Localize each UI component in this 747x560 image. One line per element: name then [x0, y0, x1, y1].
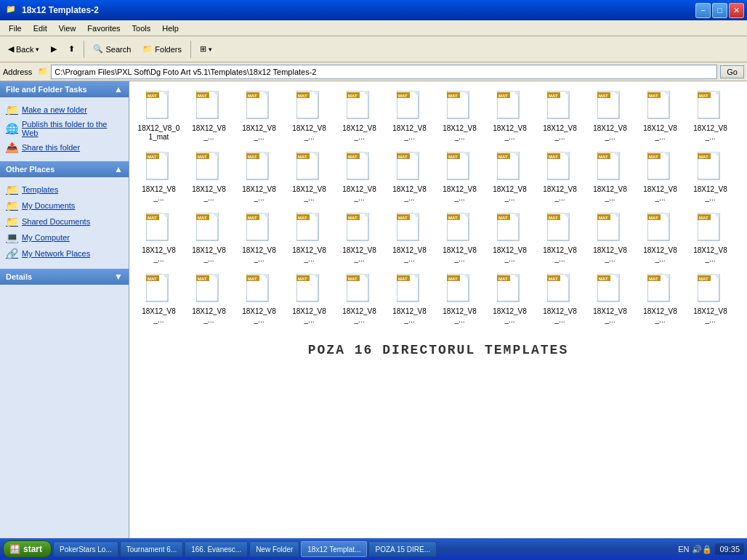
file-item[interactable]: MAT18X12_V8_... [436, 270, 483, 328]
menu-view[interactable]: View [53, 23, 82, 34]
search-button[interactable]: 🔍 Search [88, 41, 136, 57]
forward-button[interactable]: ▶ [46, 41, 62, 57]
file-item[interactable]: MAT18X12_V8_... [536, 209, 584, 267]
file-item[interactable]: MAT18X12_V8_... [386, 87, 433, 145]
svg-text:MAT: MAT [649, 94, 658, 98]
up-button[interactable]: ⬆ [63, 41, 80, 57]
menu-help[interactable]: Help [156, 23, 185, 34]
file-item[interactable]: MAT18X12_V8_... [336, 87, 383, 145]
file-item[interactable]: MAT18X12_V8_... [536, 148, 584, 206]
start-button[interactable]: 🪟 start [3, 540, 52, 558]
folders-button[interactable]: 📁 Folders [137, 41, 187, 57]
svg-text:MAT: MAT [498, 277, 508, 281]
sidebar-item-my-documents[interactable]: 📁 My Documents [3, 198, 126, 214]
file-item[interactable]: MAT18X12_V8_... [286, 209, 333, 267]
file-item[interactable]: MAT18X12_V8_... [336, 209, 383, 267]
file-icon: MAT [447, 91, 473, 123]
sidebar-item-publish-web[interactable]: 🌐 Publish this folder to the Web [3, 118, 126, 139]
file-item[interactable]: MAT18X12_V8_... [185, 87, 233, 145]
address-input[interactable]: C:\Program Files\PXL Soft\Dg Foto Art v5… [51, 65, 717, 79]
file-name-label: 18X12_V8_... [338, 307, 381, 325]
file-item[interactable]: MAT18X12_V8_... [687, 87, 734, 145]
file-item[interactable]: MAT18X12_V8_... [386, 148, 433, 206]
file-item[interactable]: MAT18X12_V8_... [286, 148, 333, 206]
minimize-button[interactable]: − [695, 3, 711, 18]
file-item[interactable]: MAT18X12_V8_... [235, 209, 283, 267]
taskbar-item-tournament[interactable]: Tournament 6... [120, 541, 183, 557]
views-button[interactable]: ⊞ ▾ [195, 41, 217, 57]
maximize-button[interactable]: □ [712, 3, 727, 18]
file-item[interactable]: MAT18X12_V8_... [486, 148, 533, 206]
file-item[interactable]: MAT18X12_V8_... [536, 87, 584, 145]
sidebar-details-section: Details ▼ [0, 269, 129, 285]
taskbar-item-templates2[interactable]: 18x12 Templat... [301, 541, 367, 557]
file-icon: MAT [296, 91, 323, 123]
up-arrow-icon: ⬆ [68, 44, 75, 54]
file-item[interactable]: MAT18X12_V8_... [185, 270, 233, 328]
publish-web-icon: 🌐 [6, 123, 17, 134]
file-item[interactable]: MAT18X12_V8_... [185, 148, 233, 206]
file-item[interactable]: MAT18X12_V8_... [486, 270, 533, 328]
taskbar-right: EN 🔊🔒 09:35 [678, 543, 744, 555]
file-item[interactable]: MAT18X12_V8_... [235, 87, 283, 145]
shared-documents-label: Shared Documents [22, 217, 90, 226]
file-item[interactable]: MAT18X12_V8_... [235, 270, 283, 328]
file-item[interactable]: MAT18X12_V8_... [637, 87, 684, 145]
file-item[interactable]: MAT18X12_V8_... [336, 270, 383, 328]
addressbar: Address 📁 C:\Program Files\PXL Soft\Dg F… [0, 62, 747, 81]
file-item[interactable]: MAT18X12_V8_... [486, 209, 533, 267]
file-item[interactable]: MAT18X12_V8_... [185, 209, 233, 267]
file-item[interactable]: MAT18X12_V8_... [536, 270, 584, 328]
file-item[interactable]: MAT18X12_V8_... [637, 148, 684, 206]
file-item[interactable]: MAT18X12_V8_... [687, 209, 734, 267]
file-item[interactable]: MAT18X12_V8_... [687, 148, 734, 206]
go-button[interactable]: Go [720, 65, 744, 78]
file-item[interactable]: MAT18X12_V8_01_mat [135, 87, 182, 145]
sidebar-item-templates[interactable]: 📁 Templates [3, 182, 126, 198]
taskbar-item-evanesc[interactable]: 166. Evanesc... [185, 541, 248, 557]
file-item[interactable]: MAT18X12_V8_... [286, 270, 333, 328]
file-item[interactable]: MAT18X12_V8_... [586, 209, 634, 267]
other-places-header[interactable]: Other Places ▲ [0, 161, 129, 177]
sidebar-item-my-computer[interactable]: 💻 My Computer [3, 230, 126, 245]
back-dropdown-icon: ▾ [36, 46, 39, 53]
menu-favorites[interactable]: Favorites [81, 23, 126, 34]
file-item[interactable]: MAT18X12_V8_... [586, 270, 634, 328]
details-header[interactable]: Details ▼ [0, 269, 129, 285]
file-item[interactable]: MAT18X12_V8_... [586, 87, 634, 145]
sidebar-item-share[interactable]: 📤 Share this folder [3, 139, 126, 155]
file-item[interactable]: MAT18X12_V8_... [436, 209, 483, 267]
file-tasks-header[interactable]: File and Folder Tasks ▲ [0, 81, 129, 97]
file-item[interactable]: MAT18X12_V8_... [436, 87, 483, 145]
back-button[interactable]: ◀ Back ▾ [3, 41, 44, 57]
sidebar-item-shared-documents[interactable]: 📁 Shared Documents [3, 214, 126, 230]
file-item[interactable]: MAT18X12_V8_... [286, 87, 333, 145]
file-item[interactable]: MAT18X12_V8_... [687, 270, 734, 328]
file-item[interactable]: MAT18X12_V8_... [135, 270, 182, 328]
file-item[interactable]: MAT18X12_V8_... [135, 148, 182, 206]
sidebar-item-my-network[interactable]: 🔗 My Network Places [3, 245, 126, 261]
file-icon: MAT [647, 213, 674, 245]
menu-edit[interactable]: Edit [28, 23, 53, 34]
start-label: start [23, 544, 42, 554]
file-item[interactable]: MAT18X12_V8_... [637, 270, 684, 328]
file-item[interactable]: MAT18X12_V8_... [386, 270, 433, 328]
file-name-label: 18X12_V8_... [639, 185, 682, 203]
file-item[interactable]: MAT18X12_V8_... [436, 148, 483, 206]
file-item[interactable]: MAT18X12_V8_... [135, 209, 182, 267]
menu-tools[interactable]: Tools [126, 23, 157, 34]
taskbar-item-pokerstars[interactable]: PokerStars Lo... [53, 541, 118, 557]
file-item[interactable]: MAT18X12_V8_... [235, 148, 283, 206]
sidebar-item-new-folder[interactable]: 📁 Make a new folder [3, 102, 126, 118]
svg-text:MAT: MAT [348, 155, 358, 159]
file-item[interactable]: MAT18X12_V8_... [486, 87, 533, 145]
publish-web-label: Publish this folder to the Web [22, 120, 123, 137]
file-item[interactable]: MAT18X12_V8_... [586, 148, 634, 206]
taskbar-item-new-folder[interactable]: New Folder [249, 541, 299, 557]
menu-file[interactable]: File [3, 23, 28, 34]
file-item[interactable]: MAT18X12_V8_... [637, 209, 684, 267]
taskbar-item-poza15[interactable]: POZA 15 DIRE... [368, 541, 437, 557]
close-button[interactable]: ✕ [729, 3, 744, 18]
file-item[interactable]: MAT18X12_V8_... [336, 148, 383, 206]
file-item[interactable]: MAT18X12_V8_... [386, 209, 433, 267]
